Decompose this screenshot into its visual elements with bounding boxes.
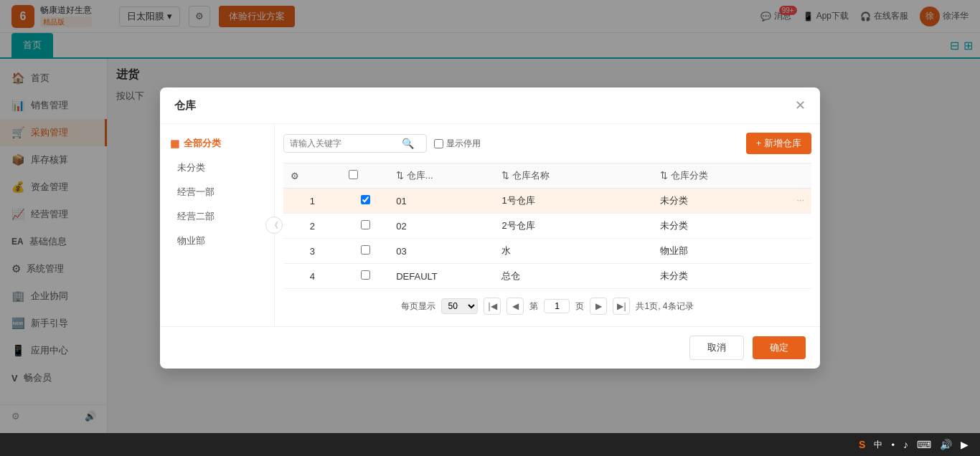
show-disabled-area: 显示停用 (434, 138, 481, 150)
category-item-dept2[interactable]: 经营二部 (160, 204, 274, 229)
row-id: 02 (389, 214, 494, 239)
col-header-id[interactable]: ⇅ 仓库... (389, 163, 494, 189)
row-category: 未分类 ··· (653, 189, 811, 214)
page-number-input[interactable] (544, 299, 570, 313)
row-gear[interactable]: 4 (283, 264, 341, 289)
page-size-select: 50 100 200 (441, 298, 478, 314)
modal-overlay: 仓库 ✕ ▦ 全部分类 未分类 经营一部 经营二部 物业部 《 (0, 0, 980, 456)
modal-footer: 取消 确定 (160, 326, 820, 369)
sort-icon-cat: ⇅ (660, 170, 668, 181)
row-checkbox[interactable] (361, 270, 370, 280)
gear-icon[interactable]: ⚙ (291, 171, 299, 181)
warehouse-table: ⚙ ⇅ 仓库... ⇅ 仓库名称 (283, 163, 811, 289)
category-all[interactable]: ▦ 全部分类 (160, 131, 274, 156)
select-all-checkbox[interactable] (349, 170, 358, 179)
row-checkbox[interactable] (361, 195, 370, 204)
page-prev-button[interactable]: ◀ (507, 298, 524, 315)
table-row[interactable]: 4 DEFAULT 总仓 未分类 (283, 264, 811, 289)
grid-icon: ▦ (170, 138, 179, 149)
category-all-label: 全部分类 (184, 137, 221, 150)
show-disabled-checkbox[interactable] (434, 139, 443, 148)
row-name: 2号仓库 (494, 214, 653, 239)
row-more-icon[interactable]: ··· (796, 194, 804, 205)
pagination: 每页显示 50 100 200 |◀ ◀ 第 页 ▶ ▶| (283, 289, 811, 318)
confirm-button[interactable]: 确定 (753, 336, 806, 359)
sort-icon-name: ⇅ (501, 170, 509, 181)
page-next-button[interactable]: ▶ (590, 298, 607, 315)
search-input-wrap: 🔍 (283, 134, 427, 153)
row-gear[interactable]: 2 (283, 214, 341, 239)
collapse-panel-button[interactable]: 《 (265, 217, 283, 234)
row-category: 未分类 (653, 214, 811, 239)
per-page-label: 每页显示 (401, 300, 435, 313)
table-row[interactable]: 1 01 1号仓库 未分类 ··· (283, 189, 811, 214)
total-label: 共1页, 4条记录 (636, 300, 693, 313)
row-checkbox-cell (341, 214, 389, 239)
row-name: 总仓 (494, 264, 653, 289)
col-header-check (341, 163, 389, 189)
bottom-zh-icon[interactable]: 中 (874, 439, 882, 451)
modal-body: ▦ 全部分类 未分类 经营一部 经营二部 物业部 《 🔍 (160, 124, 820, 326)
row-id: 03 (389, 239, 494, 264)
bottom-play-icon[interactable]: ▶ (961, 439, 969, 450)
sort-icon: ⇅ (396, 170, 404, 181)
table-panel: 🔍 显示停用 + 新增仓库 ⚙ (275, 124, 820, 326)
search-input[interactable] (290, 138, 397, 148)
search-icon: 🔍 (402, 138, 414, 149)
row-id: 01 (389, 189, 494, 214)
bottom-music-icon[interactable]: ♪ (903, 439, 908, 450)
warehouse-modal: 仓库 ✕ ▦ 全部分类 未分类 经营一部 经营二部 物业部 《 (160, 87, 820, 369)
page-size-dropdown[interactable]: 50 100 200 (441, 298, 478, 314)
row-gear[interactable]: 3 (283, 239, 341, 264)
bottom-dot-icon: • (891, 440, 895, 450)
row-name: 水 (494, 239, 653, 264)
row-checkbox-cell (341, 189, 389, 214)
search-bar: 🔍 显示停用 + 新增仓库 (283, 133, 811, 154)
row-checkbox[interactable] (361, 245, 370, 255)
row-checkbox-cell (341, 264, 389, 289)
category-item-dept1[interactable]: 经营一部 (160, 180, 274, 204)
add-warehouse-button[interactable]: + 新增仓库 (746, 133, 811, 154)
modal-close-button[interactable]: ✕ (795, 98, 806, 113)
bottom-bar: S 中 • ♪ ⌨ 🔊 ▶ (0, 433, 980, 456)
page-label-post: 页 (575, 300, 584, 313)
row-id: DEFAULT (389, 264, 494, 289)
table-row[interactable]: 2 02 2号仓库 未分类 (283, 214, 811, 239)
bottom-keyboard-icon[interactable]: ⌨ (917, 439, 931, 450)
col-header-name[interactable]: ⇅ 仓库名称 (494, 163, 653, 189)
page-last-button[interactable]: ▶| (613, 298, 630, 315)
bottom-volume-icon[interactable]: 🔊 (940, 439, 952, 450)
show-disabled-label: 显示停用 (446, 138, 481, 150)
row-category: 物业部 (653, 239, 811, 264)
brand-s-icon: S (859, 439, 865, 450)
modal-header: 仓库 ✕ (160, 87, 820, 124)
table-row[interactable]: 3 03 水 物业部 (283, 239, 811, 264)
category-item-property[interactable]: 物业部 (160, 229, 274, 253)
col-header-category[interactable]: ⇅ 仓库分类 (653, 163, 811, 189)
page-label-pre: 第 (529, 300, 538, 313)
col-header-gear: ⚙ (283, 163, 341, 189)
cancel-button[interactable]: 取消 (689, 336, 744, 360)
category-item-unclassified[interactable]: 未分类 (160, 156, 274, 180)
page-first-button[interactable]: |◀ (484, 298, 501, 315)
row-checkbox-cell (341, 239, 389, 264)
category-panel: ▦ 全部分类 未分类 经营一部 经营二部 物业部 《 (160, 124, 275, 326)
row-gear[interactable]: 1 (283, 189, 341, 214)
row-category: 未分类 (653, 264, 811, 289)
row-checkbox[interactable] (361, 220, 370, 229)
modal-title: 仓库 (174, 99, 196, 113)
row-name: 1号仓库 (494, 189, 653, 214)
